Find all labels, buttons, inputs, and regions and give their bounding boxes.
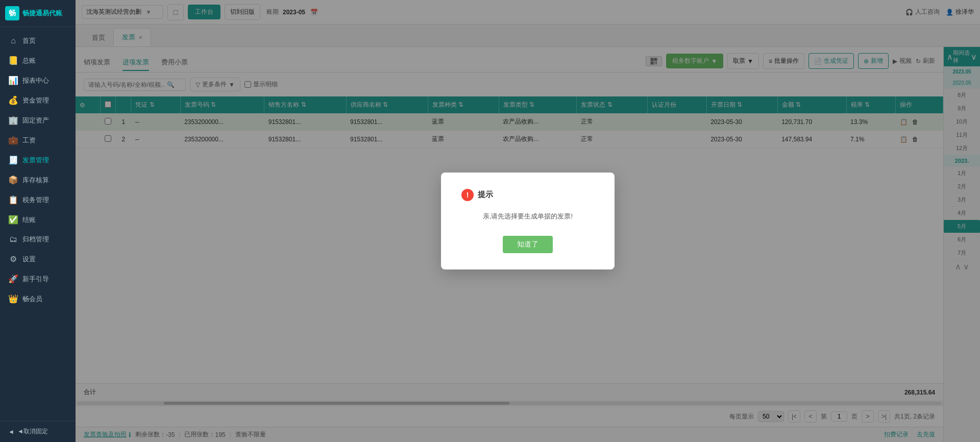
sidebar-item-home[interactable]: ⌂ 首页 (0, 31, 76, 51)
modal-title: 提示 (478, 190, 493, 200)
main-content: 沈海英测试经营勿删 ▼ □ 工作台 切到旧版 账期 2023-05 📅 🎧 人工… (76, 0, 980, 442)
sidebar-nav: ⌂ 首页 📒 总账 📊 报表中心 💰 资金管理 🏢 固定资产 💼 工资 🧾 发票… (0, 27, 76, 421)
sidebar-item-reports[interactable]: 📊 报表中心 (0, 70, 76, 90)
sidebar-item-inventory[interactable]: 📦 库存核算 (0, 170, 76, 190)
modal-overlay: ! 提示 亲,请先选择要生成单据的发票! 知道了 (76, 47, 980, 442)
sidebar-label-guide: 新手引导 (22, 275, 49, 284)
sidebar-label-ledger: 总账 (22, 56, 36, 65)
settings-icon: ⚙ (8, 254, 18, 264)
app-logo-icon: 畅 (5, 6, 19, 20)
sidebar-item-tax[interactable]: 📋 税务管理 (0, 190, 76, 210)
funds-icon: 💰 (8, 95, 18, 105)
sidebar-label-tax: 税务管理 (22, 195, 49, 205)
guide-icon: 🚀 (8, 274, 18, 284)
home-icon: ⌂ (8, 36, 18, 45)
sidebar-item-funds[interactable]: 💰 资金管理 (0, 90, 76, 110)
sidebar-item-ledger[interactable]: 📒 总账 (0, 51, 76, 70)
ledger-icon: 📒 (8, 56, 18, 65)
sidebar-label-reports: 报表中心 (22, 76, 49, 85)
modal-box: ! 提示 亲,请先选择要生成单据的发票! 知道了 (441, 173, 615, 270)
pin-label: ◄取消固定 (17, 427, 48, 436)
sidebar-item-invoices[interactable]: 🧾 发票管理 (0, 150, 76, 170)
assets-icon: 🏢 (8, 115, 18, 125)
sidebar-item-archive[interactable]: 🗂 归档管理 (0, 230, 76, 249)
sidebar-logo: 畅 畅捷通易代账 (0, 0, 76, 27)
sidebar-label-closing: 结账 (22, 215, 36, 225)
sidebar-label-inventory: 库存核算 (22, 176, 49, 185)
tax-icon: 📋 (8, 195, 18, 205)
modal-body: 亲,请先选择要生成单据的发票! (461, 211, 594, 222)
archive-icon: 🗂 (8, 235, 18, 244)
payroll-icon: 💼 (8, 135, 18, 145)
pin-icon: ◄ (8, 428, 14, 435)
sidebar-label-assets: 固定资产 (22, 116, 49, 125)
sidebar-item-assets[interactable]: 🏢 固定资产 (0, 110, 76, 130)
membership-icon: 👑 (8, 294, 18, 304)
modal-header: ! 提示 (461, 189, 594, 201)
sidebar-label-archive: 归档管理 (22, 235, 49, 244)
sidebar-item-closing[interactable]: ✅ 结账 (0, 210, 76, 230)
sidebar-item-settings[interactable]: ⚙ 设置 (0, 249, 76, 269)
inventory-icon: 📦 (8, 175, 18, 185)
sidebar-item-payroll[interactable]: 💼 工资 (0, 130, 76, 150)
reports-icon: 📊 (8, 76, 18, 85)
app-logo-text: 畅捷通易代账 (22, 9, 62, 18)
modal-warning-icon: ! (461, 189, 474, 201)
sidebar-label-funds: 资金管理 (22, 96, 49, 105)
sidebar-pin-toggle[interactable]: ◄ ◄取消固定 (0, 421, 76, 442)
modal-confirm-button[interactable]: 知道了 (503, 236, 553, 253)
sidebar-label-membership: 畅会员 (22, 294, 42, 304)
sidebar-label-home: 首页 (22, 36, 36, 45)
sidebar-item-guide[interactable]: 🚀 新手引导 (0, 269, 76, 289)
sidebar-label-settings: 设置 (22, 255, 36, 264)
page-content: 销项发票 进项发票 费用小票 税务数字账户 ▼ (76, 47, 980, 442)
sidebar: 畅 畅捷通易代账 ⌂ 首页 📒 总账 📊 报表中心 💰 资金管理 🏢 固定资产 … (0, 0, 76, 442)
sidebar-label-invoices: 发票管理 (22, 156, 49, 165)
sidebar-label-payroll: 工资 (22, 136, 36, 145)
invoices-icon: 🧾 (8, 155, 18, 165)
sidebar-item-membership[interactable]: 👑 畅会员 (0, 289, 76, 309)
closing-icon: ✅ (8, 215, 18, 225)
